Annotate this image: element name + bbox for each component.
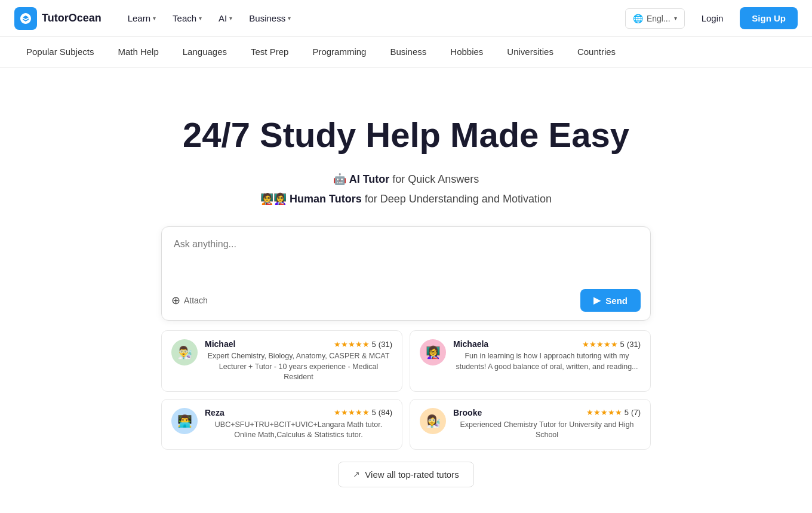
avatar-michael: 👨‍🔬 [171,339,198,365]
avatar-reza: 👨‍💻 [171,408,198,434]
signup-button[interactable]: Sign Up [740,7,798,29]
tutor-name-brooke: Brooke [453,408,482,417]
attach-button[interactable]: ⊕ Attach [171,294,208,307]
hero-human-line: 🧑‍🏫👩‍🏫 Human Tutors for Deep Understandi… [14,191,798,208]
search-container: ⊕ Attach ▶ Send [161,226,651,321]
ai-tutor-label: AI Tutor [349,173,390,185]
chevron-down-icon: ▾ [674,15,677,21]
tutor-card-brooke[interactable]: 👩‍🔬 Brooke ★★★★★ 5 (7) Experienced Chemi… [410,399,651,450]
tutor-card-michaela[interactable]: 👩‍🏫 Michaela ★★★★★ 5 (31) Fun in learnin… [410,330,651,392]
rating-value-michael: 5 [372,340,376,349]
tutor-name-reza: Reza [205,408,224,417]
sidebar-item-universities[interactable]: Universities [495,37,565,68]
sidebar-item-countries[interactable]: Countries [565,37,628,68]
logo-text: TutorOcean [42,12,102,24]
tutor-rating-michaela: ★★★★★ 5 (31) [582,340,641,349]
tutor-info-brooke: Brooke ★★★★★ 5 (7) Experienced Chemistry… [453,408,641,441]
rating-value-michaela: 5 [620,340,625,349]
stars-reza: ★★★★★ [334,408,370,417]
send-button[interactable]: ▶ Send [580,289,641,312]
attach-icon: ⊕ [171,294,180,307]
tutor-header-brooke: Brooke ★★★★★ 5 (7) [453,408,641,417]
view-all-container: ↗ View all top-rated tutors [161,462,651,487]
login-button[interactable]: Login [692,8,733,28]
search-footer: ⊕ Attach ▶ Send [162,283,650,320]
tutor-header-reza: Reza ★★★★★ 5 (84) [205,408,392,417]
chevron-down-icon: ▾ [153,15,156,21]
external-link-icon: ↗ [353,469,360,479]
tutor-desc-michael: Expert Chemistry, Biology, Anatomy, CASP… [205,351,392,383]
ai-icon: 🤖 [333,173,346,185]
tutor-rating-brooke: ★★★★★ 5 (7) [586,408,641,417]
tutor-info-michael: Michael ★★★★★ 5 (31) Expert Chemistry, B… [205,339,392,383]
human-icon: 🧑‍🏫👩‍🏫 [260,193,287,205]
sidebar-item-languages[interactable]: Languages [171,37,239,68]
ai-line-rest: for Quick Answers [389,173,479,185]
nav-item-learn[interactable]: Learn ▾ [121,8,163,28]
avatar-michaela: 👩‍🏫 [420,339,446,365]
tutor-card-reza[interactable]: 👨‍💻 Reza ★★★★★ 5 (84) UBC+SFU+TRU+BCIT+U… [161,399,402,450]
tutor-rating-michael: ★★★★★ 5 (31) [334,340,392,349]
navbar: TutorOcean Learn ▾ Teach ▾ AI ▾ Business… [0,0,812,37]
chevron-down-icon: ▾ [199,15,202,21]
nav-item-business[interactable]: Business ▾ [242,8,298,28]
rating-value-brooke: 5 [625,408,629,417]
review-count-michael: (31) [379,340,392,349]
review-count-brooke: (7) [631,408,641,417]
view-all-button[interactable]: ↗ View all top-rated tutors [338,462,473,487]
sidebar-item-business[interactable]: Business [378,37,438,68]
rating-value-reza: 5 [372,408,376,417]
globe-icon: 🌐 [633,14,643,23]
stars-michaela: ★★★★★ [582,340,618,349]
language-selector[interactable]: 🌐 Engl... ▾ [625,8,685,29]
tutor-header-michael: Michael ★★★★★ 5 (31) [205,339,392,349]
tutor-name-michaela: Michaela [453,339,488,349]
human-tutors-label: Human Tutors [290,193,362,205]
sidebar-item-test-prep[interactable]: Test Prep [239,37,300,68]
search-input[interactable] [162,227,650,281]
chevron-down-icon: ▾ [288,15,291,21]
human-line-rest: for Deep Understanding and Motivation [362,193,552,205]
hero-ai-line: 🤖 AI Tutor for Quick Answers [14,171,798,188]
logo[interactable]: TutorOcean [14,7,102,30]
nav-item-teach[interactable]: Teach ▾ [165,8,209,28]
review-count-michaela: (31) [627,340,641,349]
logo-icon [14,7,37,30]
tutor-desc-michaela: Fun in learning is how I approach tutori… [453,351,641,372]
hero-section: 24/7 Study Help Made Easy 🤖 AI Tutor for… [0,68,812,511]
stars-brooke: ★★★★★ [586,408,622,417]
tutor-cards-grid: 👨‍🔬 Michael ★★★★★ 5 (31) Expert Chemistr… [161,330,651,450]
sidebar-item-programming[interactable]: Programming [300,37,378,68]
nav-right: 🌐 Engl... ▾ Login Sign Up [625,7,798,29]
tutor-desc-reza: UBC+SFU+TRU+BCIT+UVIC+Langara Math tutor… [205,420,392,441]
hero-title: 24/7 Study Help Made Easy [14,116,798,154]
sidebar-item-math-help[interactable]: Math Help [106,37,170,68]
stars-michael: ★★★★★ [334,340,370,349]
tutor-name-michael: Michael [205,339,235,349]
tutor-header-michaela: Michaela ★★★★★ 5 (31) [453,339,641,349]
sidebar-item-popular-subjects[interactable]: Popular Subjects [14,37,106,68]
nav-items: Learn ▾ Teach ▾ AI ▾ Business ▾ [121,8,298,28]
tutor-info-michaela: Michaela ★★★★★ 5 (31) Fun in learning is… [453,339,641,372]
send-icon: ▶ [593,295,601,306]
review-count-reza: (84) [379,408,392,417]
tutor-desc-brooke: Experienced Chemistry Tutor for Universi… [453,420,641,441]
secondary-nav: Popular Subjects Math Help Languages Tes… [0,37,812,68]
tutor-info-reza: Reza ★★★★★ 5 (84) UBC+SFU+TRU+BCIT+UVIC+… [205,408,392,441]
tutor-card-michael[interactable]: 👨‍🔬 Michael ★★★★★ 5 (31) Expert Chemistr… [161,330,402,392]
avatar-brooke: 👩‍🔬 [420,408,446,434]
chevron-down-icon: ▾ [229,15,232,21]
tutor-rating-reza: ★★★★★ 5 (84) [334,408,392,417]
sidebar-item-hobbies[interactable]: Hobbies [438,37,495,68]
nav-item-ai[interactable]: AI ▾ [211,8,239,28]
